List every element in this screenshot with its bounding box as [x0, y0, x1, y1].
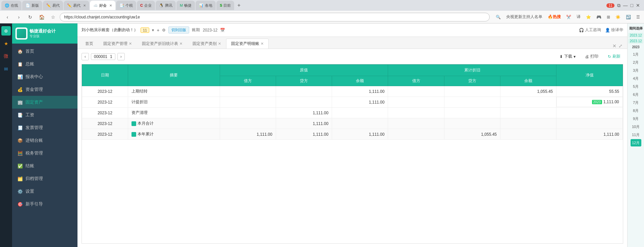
help-button[interactable]: 🎧 人工咨询 — [579, 27, 601, 33]
sidebar-item-settings[interactable]: ⚙️ 设置 — [12, 185, 77, 198]
period-value: 2023-12 — [203, 28, 217, 33]
browser-tab-yidai2[interactable]: ✏️ 易代 ✕ — [64, 1, 89, 10]
dropdown-icon[interactable]: ▾ — [152, 28, 154, 33]
sidebar-item-archive[interactable]: 🗂️ 归档管理 — [12, 172, 77, 185]
month-2[interactable]: 2月 — [631, 59, 641, 66]
browser-tab-changjie[interactable]: M 畅捷 — [176, 1, 195, 10]
hot-search-label[interactable]: 🔥热搜 — [546, 13, 562, 20]
print-button[interactable]: 🖨 打印 — [582, 52, 601, 61]
sidebar-label-close: 结账 — [25, 163, 34, 169]
menu-icon[interactable]: ☰ — [635, 14, 641, 20]
star-icon[interactable]: ⭐ — [585, 14, 592, 20]
browser-tab-new[interactable]: 📄 新版 — [22, 1, 42, 10]
sidebar-item-close[interactable]: ✅ 结账 — [12, 160, 77, 172]
window-close-icon[interactable]: ✕ — [636, 3, 640, 8]
asset-detail-table-wrapper: 日期 摘要 原值 累计折旧 净值 借方 贷方 余额 借方 贷方 余额 — [82, 64, 623, 244]
month-10[interactable]: 10月 — [631, 123, 641, 130]
grid-icon[interactable]: ⊞ — [605, 14, 611, 20]
tab-depreciation-stats[interactable]: 固定资产折旧统计表 ✕ — [137, 39, 187, 49]
tab-icon: 🐧 — [159, 3, 164, 8]
left-icon-mail[interactable]: ✉ — [1, 64, 11, 74]
settings-small-icon[interactable]: ⚙ — [162, 28, 166, 33]
download-dropdown-icon[interactable]: ▾ — [574, 54, 576, 59]
month-1[interactable]: 1月 — [631, 51, 641, 58]
tab-home[interactable]: 首页 — [80, 39, 98, 49]
address-bar-input[interactable] — [60, 13, 490, 21]
restore-icon[interactable]: ⧉ — [617, 3, 621, 8]
left-icon-home[interactable]: ⊕ — [1, 26, 11, 36]
sidebar-item-reports[interactable]: 📊 报表中心 — [12, 70, 77, 83]
tab-asset-detail[interactable]: 固定资产明细账 ✕ — [226, 39, 269, 49]
month-12[interactable]: 12月 — [631, 139, 641, 146]
sidebar-item-capital[interactable]: 💰 资金管理 — [12, 83, 77, 96]
sidebar-item-invoice[interactable]: 🧾 发票管理 — [12, 121, 77, 134]
game-icon[interactable]: 🎮 — [595, 14, 603, 20]
month-7[interactable]: 7月 — [631, 99, 641, 106]
table-row-monthly-total: 2023-12 本月合计 1,111.00 — [82, 118, 623, 129]
left-icon-star[interactable]: ★ — [1, 39, 11, 48]
cell-net-value — [556, 108, 623, 118]
undo-icon[interactable]: ↩️ — [625, 14, 632, 20]
archive-icon: 🗂️ — [17, 176, 23, 181]
browser-tab-yidai1[interactable]: ✏️ 易代 — [43, 1, 63, 10]
tab-detail-close[interactable]: ✕ — [261, 42, 264, 46]
month-3[interactable]: 3月 — [631, 67, 641, 74]
panel-expand-icon[interactable]: ⤢ — [619, 43, 623, 49]
tab-fa-mgmt-close[interactable]: ✕ — [129, 42, 132, 46]
month-5[interactable]: 5月 — [631, 83, 641, 90]
sidebar-item-general-ledger[interactable]: 📋 总账 — [12, 58, 77, 70]
home-button[interactable]: 🏠 — [37, 12, 46, 22]
forward-button[interactable]: › — [14, 12, 23, 22]
sidebar-item-fixed-assets[interactable]: 🏢 固定资产 — [12, 96, 77, 109]
tab-home-label: 首页 — [85, 41, 93, 47]
tab-dep-stats-close[interactable]: ✕ — [179, 42, 182, 46]
sidebar-label-capital: 资金管理 — [25, 86, 43, 92]
tab-asset-category[interactable]: 固定资产类别 ✕ — [187, 39, 226, 49]
sidebar-item-home[interactable]: 🏠 首页 — [12, 45, 77, 58]
browser-tab-tengxun[interactable]: 🐧 腾讯 — [156, 1, 176, 10]
refresh-button[interactable]: ↻ 刷新 — [605, 52, 623, 61]
browser-tab-qiye[interactable]: C 企业 — [137, 1, 155, 10]
browser-tab-gedi[interactable]: 📊 各地 — [196, 1, 216, 10]
tab-icon: S — [220, 3, 222, 7]
close-icon[interactable]: ✕ — [83, 4, 86, 7]
pagination-control: ‹ 000001 1 › — [82, 53, 125, 60]
tab-fixed-assets-mgmt[interactable]: 固定资产管理 ✕ — [98, 39, 137, 49]
new-tab-button[interactable]: + — [235, 1, 243, 9]
browser-tab-muqian[interactable]: S 目前 — [216, 1, 234, 10]
bookmark-button[interactable]: ☆ — [48, 12, 58, 22]
browser-tab-geshui[interactable]: 📑 个税 — [116, 1, 136, 10]
calendar-icon[interactable]: 📅 — [220, 28, 225, 33]
month-9[interactable]: 9月 — [631, 115, 641, 122]
left-icon-weibo[interactable]: 微 — [1, 52, 11, 61]
close-icon[interactable]: ✕ — [109, 4, 112, 7]
download-button[interactable]: ⬇ 下载 ▾ — [557, 52, 578, 61]
cell-ov-balance — [332, 108, 388, 118]
translate-icon[interactable]: 译 — [575, 13, 582, 20]
user-avatar[interactable]: 👤 徐译华 — [605, 27, 623, 33]
sidebar-item-purchase-sales[interactable]: 📦 进销台账 — [12, 134, 77, 147]
tab-icon: 🌐 — [5, 3, 9, 8]
month-4[interactable]: 4月 — [631, 75, 641, 82]
month-6[interactable]: 6月 — [631, 91, 641, 98]
browser-tab-haokuai[interactable]: ☁️ 好会 ✕ — [90, 1, 115, 10]
back-button[interactable]: ‹ — [3, 12, 12, 22]
sidebar-item-tax[interactable]: 🧮 税务管理 — [12, 147, 77, 160]
page-next-button[interactable]: › — [117, 53, 125, 60]
reload-button[interactable]: ↻ — [25, 12, 35, 22]
page-prev-button[interactable]: ‹ — [82, 53, 89, 60]
sidebar-item-payroll[interactable]: 📑 工资 — [12, 109, 77, 121]
switch-version-button[interactable]: 切到旧版 — [168, 26, 189, 34]
maximize-icon[interactable]: □ — [631, 3, 633, 8]
browser-tab-online[interactable]: 🌐 在线 — [1, 1, 21, 10]
tab-cat-close[interactable]: ✕ — [218, 42, 221, 46]
add-account-button[interactable]: + — [157, 27, 159, 33]
month-11[interactable]: 11月 — [631, 131, 641, 138]
sidebar-item-guide[interactable]: 🎯 新手引导 — [12, 198, 77, 210]
month-8[interactable]: 8月 — [631, 107, 641, 114]
tab-label: 好会 — [99, 3, 107, 8]
scissors-icon[interactable]: ✂️ — [565, 14, 573, 20]
brightness-icon[interactable]: ☀️ — [614, 14, 622, 20]
minimize-icon[interactable]: — — [623, 3, 628, 8]
panel-collapse-icon[interactable]: ✕ — [612, 43, 616, 49]
